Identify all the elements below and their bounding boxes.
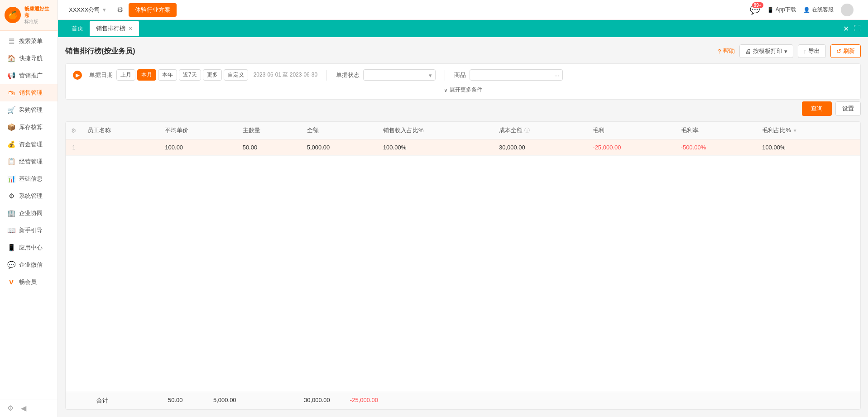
footer-total: 5,000.00 xyxy=(208,397,244,405)
sidebar-item-label: 企业协同 xyxy=(19,209,43,217)
status-select-wrap xyxy=(363,69,436,81)
gear-icon: ⚙ xyxy=(7,192,15,200)
goods-input[interactable] xyxy=(470,69,563,81)
row-sales-pct: 100.00% xyxy=(378,139,494,156)
sidebar-item-app-center[interactable]: 📱 应用中心 xyxy=(0,239,58,256)
filter-sep-1 xyxy=(326,70,327,81)
company-selector[interactable]: XXXXX公司 ▾ xyxy=(65,4,110,16)
data-table: ⚙ 员工名称 平均单价 主数量 全额 销售收入占比% 成本全额ⓘ 毛利 毛利率 … xyxy=(66,122,860,156)
sidebar-item-quick-nav[interactable]: 🏠 快捷导航 xyxy=(0,50,58,67)
trial-button[interactable]: 体验行业方案 xyxy=(129,3,177,17)
page-actions: ? 帮助 🖨 按模板打印 ▾ ↑ 导出 ↺ 刷新 xyxy=(718,44,861,58)
megaphone-icon: 📢 xyxy=(7,72,15,80)
row-name xyxy=(82,139,159,156)
status-select[interactable] xyxy=(363,69,436,81)
sidebar-nav: ☰ 搜索菜单 🏠 快捷导航 📢 营销推广 🛍 销售管理 🛒 采购管理 📦 库存核… xyxy=(0,31,58,399)
sidebar-item-member[interactable]: V 畅会员 xyxy=(0,273,58,291)
sidebar-item-wechat[interactable]: 💬 企业微信 xyxy=(0,256,58,273)
settings-button[interactable]: 设置 xyxy=(835,101,861,116)
sidebar-logo: 🍊 畅康通好生意 标准版 xyxy=(0,0,58,31)
date-btn-7days[interactable]: 近7天 xyxy=(179,69,201,81)
message-button[interactable]: 💬 99+ xyxy=(750,5,760,15)
sidebar-item-label: 经营管理 xyxy=(19,158,43,166)
filter-expand-arrow[interactable]: ▶ xyxy=(73,71,82,80)
settings-bottom-icon[interactable]: ⚙ xyxy=(7,404,14,412)
sidebar-item-search-order[interactable]: ☰ 搜索菜单 xyxy=(0,33,58,50)
gross-pct-sort-icon[interactable]: ▼ xyxy=(793,128,797,133)
home-icon: 🏠 xyxy=(7,54,15,62)
action-row: 查询 设置 xyxy=(65,101,861,116)
footer-gross-pct xyxy=(438,397,474,405)
date-btn-this-year[interactable]: 本年 xyxy=(158,69,177,81)
clipboard-icon: 📋 xyxy=(7,158,15,166)
sidebar-item-enterprise[interactable]: 🏢 企业协同 xyxy=(0,205,58,222)
sidebar: 🍊 畅康通好生意 标准版 ☰ 搜索菜单 🏠 快捷导航 📢 营销推广 🛍 销售管理… xyxy=(0,0,58,417)
logo-text: 畅康通好生意 xyxy=(24,5,53,19)
logo-icon: 🍊 xyxy=(5,7,21,23)
date-btn-this-month[interactable]: 本月 xyxy=(137,69,156,81)
sidebar-item-inventory[interactable]: 📦 库存核算 xyxy=(0,119,58,136)
print-button[interactable]: 🖨 按模板打印 ▾ xyxy=(739,44,793,58)
window-expand-icon[interactable]: ⛶ xyxy=(854,24,861,33)
tab-close-icon[interactable]: ✕ xyxy=(128,25,133,32)
sidebar-item-label: 库存核算 xyxy=(19,123,43,131)
th-name: 员工名称 xyxy=(82,122,159,139)
help-link[interactable]: ? 帮助 xyxy=(718,47,734,55)
sidebar-item-label: 新手引导 xyxy=(19,226,43,235)
topbar-gear-icon[interactable]: ⚙ xyxy=(117,5,123,14)
row-rank: 1 xyxy=(66,139,82,156)
download-icon: 📱 xyxy=(767,7,774,13)
chart-icon: 📊 xyxy=(7,175,15,183)
sidebar-item-label: 搜索菜单 xyxy=(19,37,43,45)
sidebar-item-sales[interactable]: 🛍 销售管理 xyxy=(0,84,58,101)
refresh-button[interactable]: ↺ 刷新 xyxy=(830,44,861,58)
sidebar-item-finance[interactable]: 💰 资金管理 xyxy=(0,136,58,153)
export-button[interactable]: ↑ 导出 xyxy=(798,44,826,58)
row-gross-pct: 100.00% xyxy=(757,139,860,156)
service-icon: 👤 xyxy=(803,7,810,13)
user-avatar[interactable] xyxy=(841,4,854,16)
message-badge: 99+ xyxy=(752,2,763,8)
app-download-link[interactable]: 📱 App下载 xyxy=(767,6,796,14)
filter-row: ▶ 单据日期 上月 本月 本年 近7天 更多 自定义 2023-06-01 至 … xyxy=(73,69,853,81)
window-close-icon[interactable]: ✕ xyxy=(843,24,849,33)
box-icon: 📦 xyxy=(7,123,15,131)
tab-active-label: 销售排行榜 xyxy=(96,24,125,33)
sidebar-item-label: 畅会员 xyxy=(19,278,37,286)
query-button[interactable]: 查询 xyxy=(802,101,832,116)
sidebar-item-operations[interactable]: 📋 经营管理 xyxy=(0,153,58,170)
status-label: 单据状态 xyxy=(336,71,360,79)
online-service-link[interactable]: 👤 在线客服 xyxy=(803,6,834,14)
th-gross-rate: 毛利率 xyxy=(676,122,757,139)
money-icon: 💰 xyxy=(7,140,15,149)
footer-gross-rate xyxy=(393,397,429,405)
sidebar-item-guide[interactable]: 📖 新手引导 xyxy=(0,222,58,239)
collapse-icon[interactable]: ◀ xyxy=(21,404,26,412)
cart-icon: 🛒 xyxy=(7,106,15,114)
sidebar-item-label: 应用中心 xyxy=(19,244,43,252)
tab-home[interactable]: 首页 xyxy=(65,21,90,36)
date-btn-more[interactable]: 更多 xyxy=(203,69,222,81)
tab-sales-ranking[interactable]: 销售排行榜 ✕ xyxy=(90,21,139,36)
sidebar-item-purchase[interactable]: 🛒 采购管理 xyxy=(0,101,58,119)
row-cost: 30,000.00 xyxy=(494,139,587,156)
sidebar-item-base-info[interactable]: 📊 基础信息 xyxy=(0,170,58,187)
table-header-row: ⚙ 员工名称 平均单价 主数量 全额 销售收入占比% 成本全额ⓘ 毛利 毛利率 … xyxy=(66,122,860,139)
filter-sep-2 xyxy=(445,70,445,81)
date-btn-last-month[interactable]: 上月 xyxy=(116,69,135,81)
tabbar: 首页 销售排行榜 ✕ ✕ ⛶ xyxy=(58,20,868,37)
th-settings[interactable]: ⚙ xyxy=(66,122,82,139)
topbar-right: 💬 99+ 📱 App下载 👤 在线客服 xyxy=(750,4,861,16)
sidebar-item-marketing[interactable]: 📢 营销推广 xyxy=(0,67,58,84)
sidebar-item-label: 采购管理 xyxy=(19,106,43,114)
goods-label: 商品 xyxy=(454,71,466,79)
mobile-icon: 📱 xyxy=(7,244,15,252)
th-gross-pct: 毛利占比%▼ xyxy=(757,122,860,139)
date-btn-custom[interactable]: 自定义 xyxy=(224,69,248,81)
sidebar-item-system[interactable]: ⚙ 系统管理 xyxy=(0,187,58,205)
cost-info-icon[interactable]: ⓘ xyxy=(524,127,530,134)
table-panel: ⚙ 员工名称 平均单价 主数量 全额 销售收入占比% 成本全额ⓘ 毛利 毛利率 … xyxy=(65,121,861,410)
topbar: XXXXX公司 ▾ ⚙ 体验行业方案 💬 99+ 📱 App下载 👤 在线客服 xyxy=(58,0,868,20)
app-download-text: App下载 xyxy=(776,6,796,14)
expand-conditions-btn[interactable]: ∨ 展开更多条件 xyxy=(73,83,853,94)
